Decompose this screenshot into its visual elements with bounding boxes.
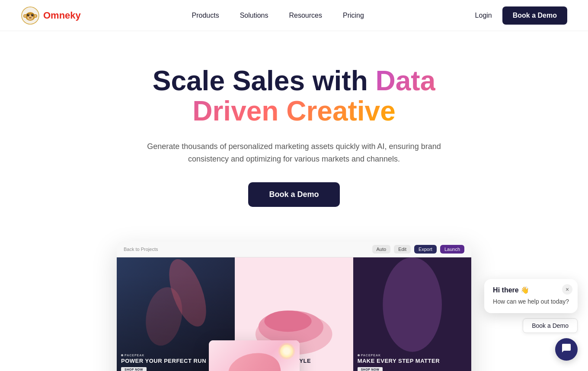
chat-widget: × Hi there 👋 How can we help out today? … [484, 279, 578, 361]
chat-greeting: Hi there 👋 [493, 286, 569, 294]
svg-point-14 [29, 17, 30, 18]
toolbar-right: Auto Edit Export Launch [372, 245, 465, 254]
chat-bubble: × Hi there 👋 How can we help out today? [484, 279, 578, 313]
ad-brand-dot-3 [358, 354, 360, 356]
nav-links: Products Solutions Resources Pricing [192, 12, 364, 19]
book-demo-nav-button[interactable]: Book a Demo [502, 6, 567, 25]
ad-modal-popup: PACEPEAK MAKE EVERY STEP MATTER [209, 340, 300, 371]
chat-close-button[interactable]: × [562, 284, 572, 295]
chat-toggle-button[interactable] [555, 338, 578, 361]
svg-point-22 [265, 311, 312, 332]
toolbar-edit-btn[interactable]: Edit [394, 245, 411, 254]
svg-point-12 [35, 15, 36, 16]
modal-shoe-visual [225, 347, 284, 371]
logo-text: Omneky [43, 10, 81, 21]
ad-headline-3: MAKE EVERY STEP MATTER [358, 358, 467, 364]
hero-content: Scale Sales with Data Driven Creative Ge… [99, 31, 489, 233]
navigation: Omneky Products Solutions Resources Pric… [0, 0, 588, 31]
ad-brand-dot [121, 354, 123, 356]
hero-title-static: Scale Sales with [153, 65, 376, 96]
svg-point-10 [24, 15, 26, 16]
toolbar-left: Back to Projects [124, 247, 158, 252]
nav-products[interactable]: Products [192, 12, 219, 19]
chat-icon [561, 343, 572, 356]
login-button[interactable]: Login [475, 12, 492, 19]
modal-image-area [209, 340, 300, 371]
logo-icon [21, 6, 40, 25]
ad-brand-3: PACEPEAK [358, 354, 467, 357]
hero-title: Scale Sales with Data Driven Creative [120, 66, 468, 127]
ad-cta-1: SHOP NOW [121, 367, 147, 371]
book-demo-hero-button[interactable]: Book a Demo [248, 182, 339, 207]
nav-actions: Login Book a Demo [475, 6, 567, 25]
modal-flower-decoration [280, 345, 293, 358]
chat-message: How can we help out today? [493, 298, 569, 306]
product-screenshot: Back to Projects Auto Edit Export Launch [117, 241, 471, 371]
toolbar-export-btn[interactable]: Export [414, 245, 437, 254]
ad-grid-container: PACEPEAK POWER YOUR PERFECT RUN SHOP NOW [117, 257, 471, 371]
hero-subtitle: Generate thousands of personalized marke… [147, 140, 441, 165]
nav-resources[interactable]: Resources [289, 12, 322, 19]
nav-pricing[interactable]: Pricing [343, 12, 364, 19]
toolbar-auto-btn[interactable]: Auto [372, 245, 391, 254]
toolbar-launch-btn[interactable]: Launch [440, 245, 464, 254]
back-to-projects[interactable]: Back to Projects [124, 247, 158, 252]
ad-cta-3: SHOP NOW [358, 367, 383, 371]
svg-point-6 [32, 14, 33, 16]
svg-point-8 [32, 14, 33, 15]
svg-point-5 [27, 14, 29, 16]
svg-point-15 [31, 17, 32, 18]
screenshot-toolbar: Back to Projects Auto Edit Export Launch [117, 241, 471, 257]
chat-demo-button[interactable]: Book a Demo [523, 318, 578, 333]
ad-cell-3: PACEPEAK MAKE EVERY STEP MATTER SHOP NOW [353, 257, 471, 371]
ad-label-3: PACEPEAK MAKE EVERY STEP MATTER SHOP NOW [353, 350, 471, 371]
svg-point-7 [28, 14, 29, 15]
nav-solutions[interactable]: Solutions [240, 12, 268, 19]
logo-link[interactable]: Omneky [21, 6, 81, 25]
svg-point-24 [383, 257, 442, 352]
